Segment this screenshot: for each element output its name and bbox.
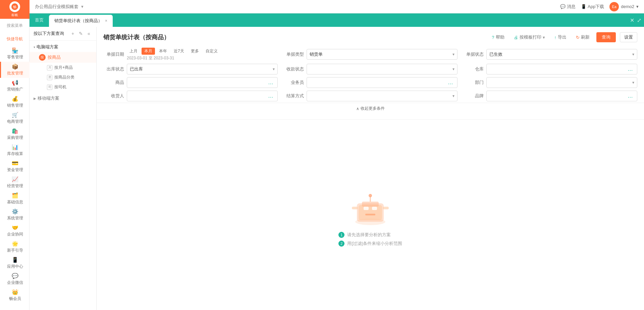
date-tab-this-month[interactable]: 本月 — [142, 48, 155, 55]
print-btn[interactable]: 🖨 按模板打印 ▾ — [511, 33, 548, 42]
brand-dots[interactable]: … — [626, 93, 634, 99]
sidebar-item-sales[interactable]: 💰 销售管理 — [0, 94, 30, 110]
avatar: Ea — [609, 2, 619, 11]
collapse-filter-bar[interactable]: ∧ 收起更多条件 — [97, 103, 644, 114]
filter-salesperson-field: 业务员 … — [283, 77, 458, 88]
tab-current[interactable]: 销货单统计表（按商品） × — [49, 15, 113, 27]
user-menu[interactable]: Ea demo2 ▾ — [609, 2, 639, 11]
sidebar-item-ecommerce[interactable]: 🛒 电商管理 — [0, 110, 30, 126]
type-label: 单据类型 — [283, 51, 307, 57]
filter-payment-select[interactable]: ▾ — [307, 91, 458, 101]
svg-point-10 — [369, 194, 372, 197]
tab-expand-btn[interactable]: ⤢ — [637, 17, 641, 23]
sidebar-item-retail[interactable]: 🏪 零售管理 — [0, 46, 30, 62]
filter-date: 上月 本月 本年 近7天 更多 自定义 2023-03-01 至 2023-03… — [127, 48, 278, 61]
settings-btn[interactable]: 设置 — [620, 32, 637, 42]
refresh-btn[interactable]: ↻ 刷新 — [573, 33, 592, 42]
sidebar-item-wholesale[interactable]: 📦 批发管理 — [0, 62, 30, 78]
sidebar-item-apps[interactable]: 📱 应用中心 — [0, 255, 30, 271]
sidebar-item-inventory[interactable]: 📊 库存核算 — [0, 142, 30, 158]
recipient-label: 收货人 — [103, 93, 127, 99]
empty-illustration — [347, 183, 394, 228]
date-label: 单据日期 — [103, 51, 127, 57]
empty-svg — [347, 183, 394, 227]
download-icon: 📱 — [581, 4, 586, 9]
app-download-btn[interactable]: 📱 App下载 — [581, 4, 604, 10]
filter-brand-input[interactable]: … — [486, 91, 637, 101]
sidebar-item-purchase[interactable]: 🛍️ 采购管理 — [0, 126, 30, 142]
mobile-group-arrow: ▶ — [34, 97, 36, 100]
sidebar-item-vip[interactable]: 👑 畅会员 — [0, 287, 30, 303]
tab-close-btn[interactable]: × — [105, 18, 107, 23]
top-header: 办公用品行业模拟账套 ▾ 💬 消息 📱 App下载 Ea demo2 ▾ — [30, 0, 644, 13]
filter-row-1: 单据日期 上月 本月 本年 近7天 更多 自定义 2023-03-01 至 20… — [103, 46, 637, 62]
filter-warehouse-input[interactable]: … — [486, 64, 637, 74]
sub-item-by-category[interactable]: 类 按商品分类 — [30, 72, 96, 82]
filter-type-select[interactable]: 销货单 ▾ — [307, 49, 458, 60]
sidebar-item-wechat[interactable]: 💬 企业微信 — [0, 271, 30, 287]
help-btn[interactable]: ? 帮助 — [489, 33, 507, 42]
svg-rect-6 — [364, 207, 369, 210]
date-tab-7days[interactable]: 近7天 — [171, 48, 187, 55]
left-panel-title: 按以下方案查询 — [34, 31, 64, 37]
page-title: 销货单统计表（按商品） — [103, 33, 170, 41]
sub-item-by-cashier[interactable]: 司 按司机 — [30, 82, 96, 92]
filter-status-select[interactable]: 已生效 ▾ — [486, 49, 637, 60]
goods-dots[interactable]: … — [267, 80, 275, 86]
add-scheme-btn[interactable]: + — [69, 30, 76, 37]
sidebar-item-marketing[interactable]: 📢 营销推广 — [0, 78, 30, 94]
edit-scheme-btn[interactable]: ✎ — [77, 30, 84, 37]
message-btn[interactable]: 💬 消息 — [560, 4, 576, 10]
sidebar-search[interactable]: 搜索菜单 — [0, 19, 30, 32]
warehouse-dots[interactable]: … — [626, 66, 634, 72]
filter-collect-select[interactable]: ▾ — [307, 64, 458, 74]
filter-recipient-input[interactable]: … — [127, 91, 278, 101]
collapse-panel-btn[interactable]: « — [86, 30, 92, 37]
date-tab-prev-month[interactable]: 上月 — [127, 48, 140, 55]
username: demo2 — [621, 4, 634, 9]
logo[interactable]: 畅 标账 — [0, 0, 30, 19]
sidebar-item-enterprise[interactable]: 🤝 企业协同 — [0, 223, 30, 239]
user-dropdown-arrow: ▾ — [636, 4, 639, 9]
filter-row-4: 收货人 … 结算方式 ▾ 品牌 — [103, 89, 637, 103]
sidebar-item-basic[interactable]: 🗂️ 基础信息 — [0, 191, 30, 207]
date-tab-custom[interactable]: 自定义 — [203, 48, 220, 55]
filter-salesperson-input[interactable]: … — [307, 77, 458, 88]
logo-svg: 畅 — [11, 3, 18, 10]
main-content: 办公用品行业模拟账套 ▾ 💬 消息 📱 App下载 Ea demo2 ▾ 首页 … — [30, 0, 644, 310]
sidebar-quick-nav[interactable]: 快捷导航 — [0, 32, 30, 46]
mobile-scheme-group[interactable]: ▶ 移动端方案 — [30, 93, 96, 103]
empty-tip-2: 2 用[过滤]条件来缩小分析范围 — [338, 241, 402, 247]
sidebar-item-system[interactable]: ⚙️ 系统管理 — [0, 207, 30, 223]
sub-item-by-month-product[interactable]: 月 按月+商品 — [30, 63, 96, 72]
desktop-group-title[interactable]: ▾ 电脑端方案 — [30, 42, 96, 52]
filter-dept-select[interactable]: ▾ — [486, 77, 637, 88]
wechat-icon: 💬 — [12, 273, 18, 279]
top-header-left: 办公用品行业模拟账套 ▾ — [35, 4, 84, 10]
salesperson-dots[interactable]: … — [446, 80, 454, 86]
date-tab-more[interactable]: 更多 — [188, 48, 202, 55]
sidebar-item-newbie[interactable]: 🌟 新手引导 — [0, 239, 30, 255]
svg-rect-8 — [365, 214, 375, 215]
scheme-item-by-product[interactable]: 按 按商品 — [30, 52, 96, 63]
print-icon: 🖨 — [514, 35, 518, 40]
date-range-display: 2023-03-01 至 2023-03-31 — [127, 55, 278, 61]
query-btn[interactable]: 查询 — [596, 32, 616, 42]
dept-label: 部门 — [463, 80, 486, 86]
empty-tips: 1 请先选择要分析的方案 2 用[过滤]条件来缩小分析范围 — [338, 232, 402, 247]
tab-home[interactable]: 首页 — [30, 13, 49, 27]
tab-close-all-btn[interactable]: ✕ — [630, 17, 634, 23]
dept-dropdown-icon: ▾ — [632, 80, 634, 85]
sidebar-item-operations[interactable]: 📈 经营管理 — [0, 174, 30, 191]
recipient-dots[interactable]: … — [267, 93, 275, 99]
export-btn[interactable]: ↑ 导出 — [552, 33, 570, 42]
dropdown-arrow[interactable]: ▾ — [81, 4, 84, 9]
right-content: 销货单统计表（按商品） ? 帮助 🖨 按模板打印 ▾ ↑ 导出 — [97, 27, 644, 310]
filter-out-select[interactable]: 已出库 ▾ — [127, 64, 278, 74]
filter-goods-input[interactable]: … — [127, 77, 278, 88]
svg-rect-7 — [372, 207, 377, 210]
tip-num-2: 2 — [338, 241, 344, 247]
date-tab-this-year[interactable]: 本年 — [156, 48, 170, 55]
goods-label: 商品 — [103, 80, 127, 86]
sidebar-item-finance[interactable]: 💳 资金管理 — [0, 158, 30, 174]
